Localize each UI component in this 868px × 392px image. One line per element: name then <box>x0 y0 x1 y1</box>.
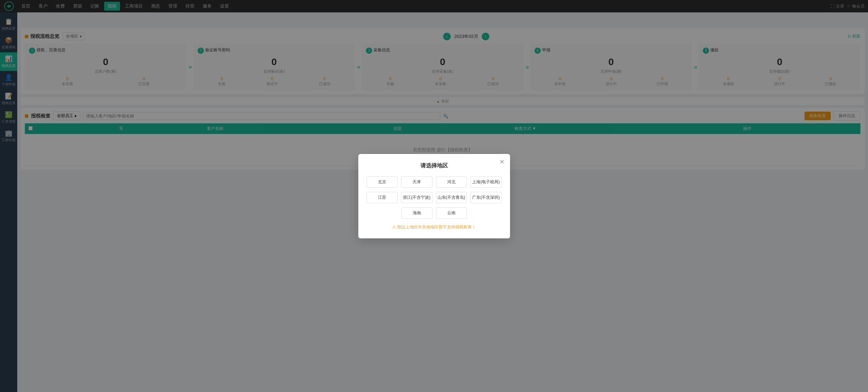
region-grid-row1: 北京 天津 河北 上海(电子税局) <box>367 176 502 188</box>
modal-box: ✕ 请选择地区 北京 天津 河北 上海(电子税局) 江苏 浙江(不含宁波) 山东… <box>358 154 510 238</box>
region-option-guangdong[interactable]: 广东(不含深圳) <box>470 192 502 203</box>
region-option-jiangsu[interactable]: 江苏 <box>367 192 398 203</box>
region-grid-row2: 江苏 浙江(不含宁波) 山东(不含青岛) 广东(不含深圳) <box>367 192 502 203</box>
region-option-beijing[interactable]: 北京 <box>367 176 398 188</box>
warning-icon: ⚠ <box>392 225 396 229</box>
warning-message: 除以上地区外其他地区暂不支持报税检查！ <box>397 224 476 230</box>
warning-text: ⚠ 除以上地区外其他地区暂不支持报税检查！ <box>367 224 502 230</box>
region-option-shanghai[interactable]: 上海(电子税局) <box>470 176 502 188</box>
modal-title: 请选择地区 <box>367 162 502 169</box>
region-grid-row3: 海南 云南 <box>367 207 502 219</box>
region-option-hainan[interactable]: 海南 <box>401 207 432 219</box>
region-option-shandong[interactable]: 山东(不含青岛) <box>436 192 467 203</box>
region-option-zhejiang[interactable]: 浙江(不含宁波) <box>401 192 432 203</box>
region-option-hebei[interactable]: 河北 <box>436 176 467 188</box>
modal-close-button[interactable]: ✕ <box>499 158 505 166</box>
modal-overlay[interactable]: ✕ 请选择地区 北京 天津 河北 上海(电子税局) 江苏 浙江(不含宁波) 山东… <box>0 0 868 392</box>
region-option-tianjin[interactable]: 天津 <box>401 176 432 188</box>
region-option-yunnan[interactable]: 云南 <box>436 207 467 219</box>
